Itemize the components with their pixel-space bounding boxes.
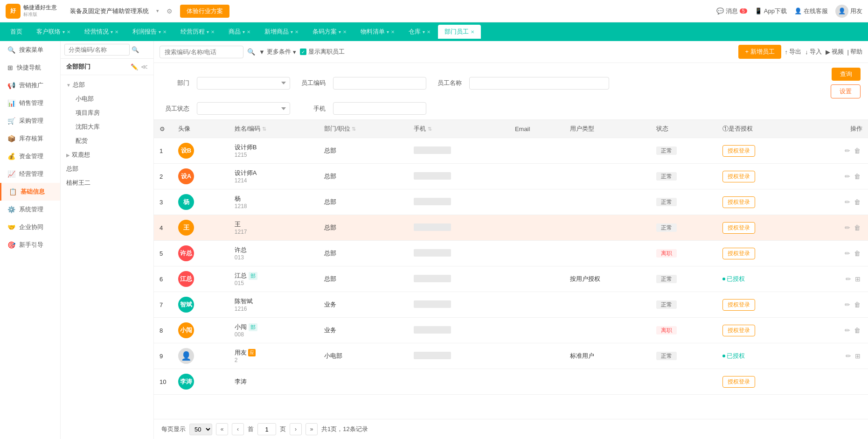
last-page-button[interactable]: »	[306, 423, 318, 435]
sort-name-icon[interactable]: ⇅	[262, 126, 266, 132]
search-input[interactable]	[160, 46, 243, 58]
app-download-button[interactable]: 📱 App下载	[755, 7, 787, 15]
edit-button[interactable]: ✏	[845, 198, 850, 206]
sidebar-item-quicknav[interactable]: ⊞ 快捷导航	[0, 59, 60, 77]
close-icon[interactable]: ✕	[295, 29, 299, 35]
delete-button[interactable]: 🗑	[854, 250, 861, 257]
edit-button[interactable]: ✏	[845, 327, 850, 334]
auth-button[interactable]: 授权登录	[722, 171, 755, 182]
dept-item-shuanglu[interactable]: ▶ 双鹿想	[61, 148, 153, 162]
tab-goods[interactable]: 商品▾✕	[222, 25, 257, 39]
user-area[interactable]: 👤 用友	[835, 5, 862, 18]
first-page-button[interactable]: «	[216, 423, 228, 435]
edit-button[interactable]: ✏	[846, 275, 851, 283]
close-icon[interactable]: ✕	[427, 29, 431, 35]
sidebar-item-system[interactable]: ⚙️ 系统管理	[0, 201, 60, 218]
emp-status-select[interactable]	[197, 102, 290, 115]
auth-button[interactable]: 授权登录	[722, 325, 755, 336]
edit-button[interactable]: ✏	[845, 301, 850, 308]
dept-edit-icon[interactable]: ✏️	[131, 63, 138, 70]
col-settings[interactable]: ⚙	[154, 120, 173, 138]
edit-button[interactable]: ✏	[845, 147, 850, 154]
tab-history[interactable]: 经营历程▾✕	[174, 25, 221, 39]
trial-button[interactable]: 体验行业方案	[180, 5, 229, 18]
emp-code-input[interactable]	[333, 77, 426, 90]
close-icon[interactable]: ✕	[391, 29, 395, 35]
page-number-input[interactable]	[257, 423, 276, 435]
tab-profit[interactable]: 利润报告▾✕	[126, 25, 173, 39]
edit-button[interactable]: ✏	[846, 352, 851, 360]
col-phone[interactable]: 手机 ⇅	[408, 120, 509, 138]
phone-input[interactable]	[333, 102, 426, 115]
view-button[interactable]: ▶ 视频	[826, 48, 844, 56]
sidebar-item-purchase[interactable]: 🛒 采购管理	[0, 112, 60, 130]
dept-item-peihuo[interactable]: 配货	[70, 134, 153, 148]
sidebar-item-sales[interactable]: 📊 销售管理	[0, 94, 60, 112]
filter-button[interactable]: ▼ 更多条件 ▾	[259, 48, 296, 56]
dept-select[interactable]	[197, 77, 290, 90]
add-employee-button[interactable]: + 新增员工	[738, 45, 781, 59]
close-icon[interactable]: ✕	[211, 29, 215, 35]
edit-button[interactable]: ✏	[845, 224, 850, 231]
delete-button[interactable]: 🗑	[854, 301, 861, 308]
dept-search-input[interactable]	[64, 44, 130, 56]
sidebar-item-inventory[interactable]: 📦 库存核算	[0, 130, 60, 147]
delete-button[interactable]: 🗑	[854, 147, 861, 154]
sidebar-item-ops[interactable]: 📈 经营管理	[0, 165, 60, 183]
edit-button[interactable]: ✏	[845, 173, 850, 180]
delete-button[interactable]: 🗑	[854, 173, 861, 180]
tab-department[interactable]: 部门员工✕	[438, 25, 481, 39]
sort-phone-icon[interactable]: ⇅	[428, 126, 432, 132]
sidebar-item-search[interactable]: 🔍 搜索菜单	[0, 41, 60, 59]
dept-item-project[interactable]: 项目库房	[70, 106, 153, 120]
col-name[interactable]: 姓名/编码 ⇅	[229, 120, 319, 138]
close-icon[interactable]: ✕	[343, 29, 347, 35]
close-icon[interactable]: ✕	[471, 29, 474, 35]
dept-item-zhishu[interactable]: 植树王二	[61, 176, 153, 190]
dept-item-shenyang[interactable]: 沈阳大库	[70, 120, 153, 134]
emp-name-input[interactable]	[469, 77, 609, 90]
sidebar-item-marketing[interactable]: 📢 营销推广	[0, 77, 60, 94]
copy-button[interactable]: ⊞	[855, 352, 861, 360]
close-icon[interactable]: ✕	[115, 29, 118, 35]
delete-button[interactable]: 🗑	[854, 327, 861, 334]
tab-barcode[interactable]: 条码方案▾✕	[306, 25, 353, 39]
edit-button[interactable]: ✏	[845, 250, 850, 257]
set-button[interactable]: 设置	[831, 84, 861, 98]
prev-page-button[interactable]: ‹	[232, 423, 244, 435]
export-button[interactable]: ↑ 导出	[785, 48, 802, 56]
auth-button[interactable]: 授权登录	[722, 248, 755, 259]
query-button[interactable]: 查询	[832, 68, 861, 81]
next-page-button[interactable]: ›	[290, 423, 302, 435]
delete-button[interactable]: 🗑	[854, 224, 861, 231]
sidebar-item-finance[interactable]: 💰 资金管理	[0, 147, 60, 165]
tab-operation[interactable]: 经营情况▾✕	[78, 25, 125, 39]
tab-warehouse[interactable]: 仓库▾✕	[402, 25, 437, 39]
auth-button[interactable]: 授权登录	[722, 299, 755, 311]
dept-item-xiaodian[interactable]: 小电部	[70, 92, 153, 106]
delete-button[interactable]: 🗑	[854, 198, 861, 206]
dept-item-zongbu2[interactable]: 总部	[61, 162, 153, 176]
show-resigned-toggle[interactable]: ✓ 显示离职员工	[300, 48, 345, 56]
title-dropdown-icon[interactable]: ▾	[156, 8, 159, 14]
search-button[interactable]: 🔍	[247, 48, 255, 56]
gear-icon[interactable]: ⚙	[167, 7, 173, 15]
auth-button[interactable]: 授权登录	[722, 222, 755, 234]
sidebar-item-guide[interactable]: 🎯 新手引导	[0, 236, 60, 254]
col-dept[interactable]: 部门/职位 ⇅	[319, 120, 408, 138]
import-button[interactable]: ↓ 导入	[805, 48, 822, 56]
auth-button[interactable]: 授权登录	[722, 145, 755, 157]
tab-home[interactable]: 首页	[4, 25, 29, 39]
message-button[interactable]: 💬 消息 5	[716, 7, 747, 15]
close-icon[interactable]: ✕	[67, 29, 70, 35]
help-button[interactable]: | 帮助	[847, 48, 862, 56]
dept-collapse-icon[interactable]: ≪	[141, 63, 148, 70]
online-service-button[interactable]: 👤 在线客服	[794, 7, 828, 15]
close-icon[interactable]: ✕	[247, 29, 250, 35]
per-page-select[interactable]: 50	[189, 424, 212, 435]
tab-customer[interactable]: 客户联络▾✕	[30, 25, 77, 39]
sidebar-item-collab[interactable]: 🤝 企业协同	[0, 218, 60, 236]
dept-search-icon[interactable]: 🔍	[132, 46, 139, 53]
copy-button[interactable]: ⊞	[855, 275, 861, 283]
tab-bom[interactable]: 物料清单▾✕	[354, 25, 401, 39]
